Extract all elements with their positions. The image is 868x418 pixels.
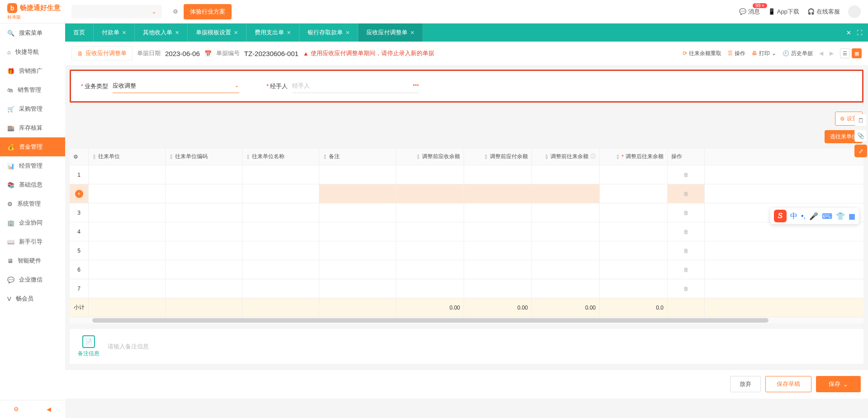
cell-remark[interactable]: [319, 203, 396, 222]
cell-unit[interactable]: [89, 184, 166, 203]
cell-unit-name[interactable]: [242, 184, 319, 203]
cell-pre-bal[interactable]: [532, 203, 600, 222]
close-icon[interactable]: ✕: [122, 30, 126, 36]
cell-pre-recv[interactable]: [396, 241, 464, 260]
delete-row-icon[interactable]: 🗑: [683, 248, 689, 254]
tab-首页[interactable]: 首页: [65, 23, 94, 42]
cell-pre-recv[interactable]: [396, 279, 464, 298]
support-link[interactable]: 🎧 在线客服: [807, 8, 840, 16]
col-pre-recv[interactable]: ▲▼调整前应收余额: [396, 148, 464, 165]
col-unit[interactable]: ▲▼往来单位: [89, 148, 166, 165]
cell-pre-bal[interactable]: [532, 165, 600, 184]
tab-银行存取款单[interactable]: 银行存取款单✕: [299, 23, 358, 42]
cell-unit-code[interactable]: [166, 222, 242, 241]
calendar-icon[interactable]: 📅: [204, 50, 212, 57]
sidebar-item-purchase[interactable]: 🛒采购管理: [0, 99, 65, 118]
company-selector[interactable]: ⌄: [71, 5, 162, 19]
col-post-bal[interactable]: ▲▼*调整后往来余额: [600, 148, 668, 165]
sidebar-item-business[interactable]: 📊经营管理: [0, 156, 65, 175]
close-icon[interactable]: ✕: [346, 30, 350, 36]
regen-balance-button[interactable]: ⟳往来余额重取: [683, 50, 721, 57]
cell-post-bal[interactable]: [600, 260, 668, 279]
cell-pre-pay[interactable]: [464, 165, 532, 184]
cell-unit-code[interactable]: [166, 203, 242, 222]
sidebar-settings-icon[interactable]: ⚙: [0, 400, 33, 418]
cell-remark[interactable]: [319, 165, 396, 184]
tab-费用支出单[interactable]: 费用支出单✕: [247, 23, 299, 42]
col-pre-pay[interactable]: ▲▼调整前应付余额: [464, 148, 532, 165]
cell-pre-bal[interactable]: [532, 184, 600, 203]
print-dropdown[interactable]: 🖶打印 ⌄: [752, 50, 776, 57]
save-draft-button[interactable]: 保存草稿: [765, 376, 811, 392]
cell-unit-name[interactable]: [242, 203, 319, 222]
cell-pre-pay[interactable]: [464, 279, 532, 298]
cell-unit-code[interactable]: [166, 184, 242, 203]
sidebar-item-sales[interactable]: 🛍销售管理: [0, 80, 65, 99]
cell-unit[interactable]: [89, 279, 166, 298]
cell-remark[interactable]: [319, 222, 396, 241]
col-remark[interactable]: ▲▼备注: [319, 148, 396, 165]
save-button[interactable]: 保存⌄: [816, 376, 861, 392]
cell-unit[interactable]: [89, 165, 166, 184]
ime-punct-icon[interactable]: •,: [801, 212, 806, 220]
cell-post-bal[interactable]: [600, 279, 668, 298]
sidebar-item-marketing[interactable]: 🎁营销推广: [0, 61, 65, 80]
sidebar-item-search[interactable]: 🔍搜索菜单: [0, 23, 65, 42]
table-row[interactable]: 3🗑: [70, 203, 863, 222]
gear-icon[interactable]: ⚙: [173, 8, 178, 15]
cell-pre-pay[interactable]: [464, 203, 532, 222]
cell-pre-pay[interactable]: [464, 222, 532, 241]
sidebar-item-system[interactable]: ⚙系统管理: [0, 194, 65, 213]
cell-pre-recv[interactable]: [396, 184, 464, 203]
rail-attach-icon[interactable]: 📎: [854, 129, 867, 142]
sidebar-item-member[interactable]: V畅会员: [0, 289, 65, 308]
cell-unit[interactable]: [89, 260, 166, 279]
cell-post-bal[interactable]: [600, 241, 668, 260]
col-unit-code[interactable]: ▲▼往来单位编码: [166, 148, 242, 165]
cell-unit-name[interactable]: [242, 165, 319, 184]
discard-button[interactable]: 放弃: [730, 376, 761, 392]
remark-input[interactable]: 请输入备注信息: [108, 343, 855, 351]
cell-pre-recv[interactable]: [396, 260, 464, 279]
close-icon[interactable]: ✕: [410, 30, 414, 36]
handler-input[interactable]: 经手人 •••: [292, 79, 419, 93]
cell-unit-code[interactable]: [166, 241, 242, 260]
delete-row-icon[interactable]: 🗑: [683, 267, 689, 273]
cell-post-bal[interactable]: [600, 184, 668, 203]
ime-toolbox-icon[interactable]: ▦: [849, 212, 855, 221]
table-row[interactable]: 4🗑: [70, 222, 863, 241]
ime-keyboard-icon[interactable]: ⌨: [822, 212, 832, 221]
sidebar-item-guide[interactable]: 📖新手引导: [0, 232, 65, 251]
messages-link[interactable]: 💬 消息 99 +: [739, 8, 760, 16]
grid-settings-icon[interactable]: ⚙: [70, 148, 89, 165]
cell-unit-name[interactable]: [242, 222, 319, 241]
cell-unit-code[interactable]: [166, 165, 242, 184]
sidebar-item-quicknav[interactable]: ⌂快捷导航: [0, 42, 65, 61]
tab-单据模板设置[interactable]: 单据模板设置✕: [188, 23, 247, 42]
cell-pre-recv[interactable]: [396, 222, 464, 241]
ime-toolbar[interactable]: S 中 •, 🎤 ⌨ 👕 ▦: [770, 208, 859, 224]
tab-close-all-icon[interactable]: ✕: [846, 29, 851, 36]
ime-skin-icon[interactable]: 👕: [836, 212, 845, 221]
sidebar-item-wechat[interactable]: 💬企业微信: [0, 270, 65, 289]
tab-其他收入单[interactable]: 其他收入单✕: [135, 23, 188, 42]
close-icon[interactable]: ✕: [175, 30, 179, 36]
operate-dropdown[interactable]: ☰操作: [728, 50, 745, 57]
delete-row-icon[interactable]: 🗑: [683, 172, 689, 178]
sidebar-item-stock[interactable]: 🏬库存核算: [0, 118, 65, 137]
cell-pre-pay[interactable]: [464, 260, 532, 279]
sidebar-item-baseinfo[interactable]: 📚基础信息: [0, 175, 65, 194]
cell-remark[interactable]: [319, 279, 396, 298]
cell-remark[interactable]: [319, 241, 396, 260]
add-row-icon[interactable]: +: [75, 190, 83, 198]
delete-row-icon[interactable]: 🗑: [683, 286, 689, 292]
sidebar-item-funds[interactable]: 💰资金管理: [0, 137, 65, 156]
sidebar-collapse-icon[interactable]: ◀: [33, 400, 65, 418]
cell-unit-code[interactable]: [166, 279, 242, 298]
history-button[interactable]: 🕘历史单据: [783, 50, 813, 57]
table-row[interactable]: 1🗑: [70, 165, 863, 184]
close-icon[interactable]: ✕: [287, 30, 291, 36]
tab-应收应付调整单[interactable]: 应收应付调整单✕: [358, 23, 423, 42]
cell-remark[interactable]: [319, 184, 396, 203]
cell-pre-pay[interactable]: [464, 241, 532, 260]
